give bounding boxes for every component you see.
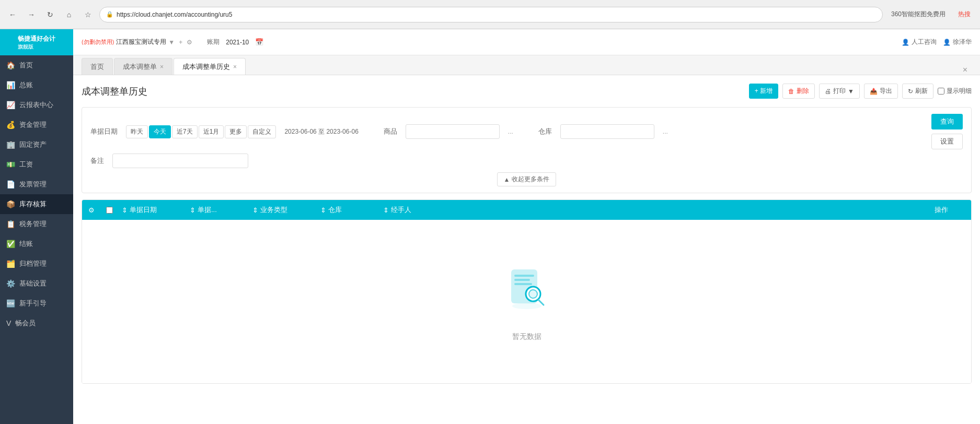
sidebar-item-畅会员[interactable]: V畅会员 (0, 313, 73, 333)
menu-icon: 📊 (6, 81, 15, 89)
sidebar-item-云报表中心[interactable]: 📈云报表中心 (0, 95, 73, 115)
search-tool[interactable]: 360智能抠图免费用 (887, 8, 950, 20)
tab-首页[interactable]: 首页 (82, 58, 113, 75)
page-actions: + 新增 🗑 删除 🖨 打印 ▼ 📤 导出 ↻ (749, 84, 972, 99)
sidebar-item-首页[interactable]: 🏠首页 (0, 55, 73, 75)
th-settings[interactable]: ⚙ (82, 206, 101, 214)
filter-settings-button[interactable]: 设置 (931, 134, 963, 149)
date-btn-自定义[interactable]: 自定义 (248, 125, 276, 138)
menu-label: 归档管理 (19, 259, 47, 268)
address-bar[interactable]: 🔒 https://cloud.chanjet.com/accounting/u… (99, 7, 883, 22)
menu-icon: ✅ (6, 240, 15, 248)
sidebar-item-结账[interactable]: ✅结账 (0, 234, 73, 254)
company-selector[interactable]: (勿删勿禁用) 江西服宝测试专用 ▼ + ⚙ (82, 38, 192, 46)
goods-input[interactable] (406, 124, 500, 139)
forward-button[interactable]: → (24, 7, 39, 22)
table-container: ⚙ ⇕ 单据日期 ⇕ 单据... ⇕ 业务类型 (82, 199, 972, 384)
query-button[interactable]: 查询 (931, 114, 963, 129)
date-buttons: 昨天今天近7天近1月更多自定义 (126, 125, 276, 138)
th-biz-type[interactable]: ⇕ 业务类型 (247, 205, 315, 215)
sidebar-item-基础设置[interactable]: ⚙️基础设置 (0, 274, 73, 293)
delete-icon: 🗑 (788, 88, 794, 95)
sidebar: 畅捷通好会计 旗舰版 🏠首页📊总账📈云报表中心💰资金管理🏢固定资产💵工资📄发票管… (0, 29, 73, 424)
sort-icon-4: ⇕ (320, 206, 326, 214)
menu-icon: 📋 (6, 220, 15, 228)
consult-action[interactable]: 👤 人工咨询 (902, 38, 937, 46)
hot-search[interactable]: 热搜 (954, 8, 975, 20)
menu-icon: 📦 (6, 200, 15, 208)
sidebar-item-固定资产[interactable]: 🏢固定资产 (0, 135, 73, 155)
date-filter-label: 单据日期 (90, 127, 118, 136)
consult-icon: 👤 (902, 39, 909, 46)
sidebar-item-资金管理[interactable]: 💰资金管理 (0, 115, 73, 135)
back-button[interactable]: ← (5, 7, 20, 22)
note-input[interactable] (112, 154, 248, 168)
select-all-checkbox[interactable] (106, 207, 113, 214)
add-company-icon[interactable]: + (179, 39, 182, 46)
export-button[interactable]: 📤 导出 (864, 84, 898, 99)
display-toggle[interactable]: 显示明细 (938, 87, 972, 96)
period-label: 账期 (207, 38, 220, 46)
sidebar-item-工资[interactable]: 💵工资 (0, 155, 73, 174)
collapse-button[interactable]: ▲ 收起更多条件 (497, 172, 557, 186)
date-btn-今天[interactable]: 今天 (149, 125, 171, 138)
sidebar-menu: 🏠首页📊总账📈云报表中心💰资金管理🏢固定资产💵工资📄发票管理📦库存核算📋税务管理… (0, 55, 73, 424)
sidebar-item-发票管理[interactable]: 📄发票管理 (0, 174, 73, 194)
refresh-button[interactable]: ↻ 刷新 (902, 84, 933, 99)
menu-icon: 📈 (6, 101, 15, 109)
menu-label: 发票管理 (19, 180, 47, 189)
export-icon: 📤 (870, 88, 878, 95)
tab-label: 成本调整单 (123, 62, 157, 72)
user-action[interactable]: 👤 徐泽华 (943, 38, 972, 46)
user-icon: 👤 (943, 39, 951, 46)
table-header: ⚙ ⇕ 单据日期 ⇕ 单据... ⇕ 业务类型 (82, 200, 971, 220)
menu-icon: 📄 (6, 180, 15, 189)
goods-ellipsis[interactable]: ... (508, 128, 513, 135)
menu-label: 资金管理 (19, 120, 47, 129)
warehouse-input[interactable] (560, 124, 654, 139)
sidebar-item-总账[interactable]: 📊总账 (0, 75, 73, 95)
close-all-tabs-button[interactable]: × (959, 65, 972, 75)
warehouse-filter-label: 仓库 (538, 127, 552, 136)
tab-bar: 首页成本调整单×成本调整单历史×× (73, 55, 980, 75)
tab-close-icon[interactable]: × (233, 63, 237, 70)
home-button[interactable]: ⌂ (62, 7, 76, 22)
sidebar-item-税务管理[interactable]: 📋税务管理 (0, 214, 73, 234)
period-value: 2021-10 (226, 39, 249, 46)
th-warehouse[interactable]: ⇕ 仓库 (315, 205, 378, 215)
new-button[interactable]: + 新增 (749, 84, 778, 99)
th-doc-num[interactable]: ⇕ 单据... (185, 205, 247, 215)
print-dropdown-icon: ▼ (848, 88, 854, 95)
tab-成本调整单[interactable]: 成本调整单× (114, 58, 172, 75)
sidebar-item-库存核算[interactable]: 📦库存核算 (0, 194, 73, 214)
sort-icon: ⇕ (122, 206, 128, 214)
browser-tools: 360智能抠图免费用 热搜 (887, 8, 975, 20)
sort-icon-3: ⇕ (252, 206, 258, 214)
date-btn-更多[interactable]: 更多 (225, 125, 247, 138)
date-btn-昨天[interactable]: 昨天 (126, 125, 148, 138)
menu-label: 新手引导 (19, 299, 47, 308)
empty-state: 暂无数据 (82, 220, 971, 383)
calendar-icon[interactable]: 📅 (255, 38, 263, 46)
tab-close-icon[interactable]: × (160, 63, 164, 70)
warehouse-ellipsis[interactable]: ... (663, 128, 668, 135)
display-checkbox[interactable] (938, 88, 944, 95)
th-handler[interactable]: ⇕ 经手人 (378, 205, 929, 215)
date-btn-近1月[interactable]: 近1月 (199, 125, 224, 138)
top-bar: (勿删勿禁用) 江西服宝测试专用 ▼ + ⚙ 账期 2021-10 📅 👤 人工… (73, 29, 980, 55)
filter-row-2: 备注 (90, 154, 963, 168)
th-date[interactable]: ⇕ 单据日期 (117, 205, 185, 215)
print-button[interactable]: 🖨 打印 ▼ (819, 84, 860, 99)
menu-label: 畅会员 (15, 319, 36, 328)
th-checkbox[interactable] (101, 207, 117, 214)
tab-成本调整单历史[interactable]: 成本调整单历史× (174, 58, 246, 75)
delete-button[interactable]: 🗑 删除 (782, 84, 815, 99)
settings-icon[interactable]: ⚙ (187, 39, 192, 46)
bookmark-button[interactable]: ☆ (80, 7, 95, 22)
reload-button[interactable]: ↻ (43, 7, 57, 22)
sidebar-item-归档管理[interactable]: 🗂️归档管理 (0, 254, 73, 274)
menu-label: 税务管理 (19, 219, 47, 229)
note-filter-label: 备注 (90, 156, 104, 166)
sidebar-item-新手引导[interactable]: 🆕新手引导 (0, 293, 73, 313)
date-btn-近7天[interactable]: 近7天 (172, 125, 198, 138)
